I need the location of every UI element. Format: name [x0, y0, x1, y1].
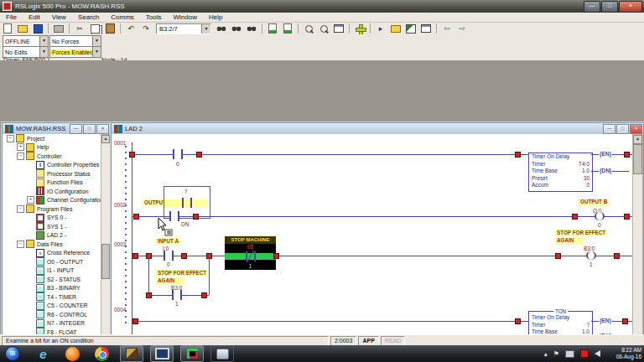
open-file-button[interactable]	[16, 23, 29, 34]
taskbar-app-explorer[interactable]	[210, 345, 234, 362]
tree-item-data-files[interactable]: –Data Files	[3, 240, 101, 249]
tree-item-controller[interactable]: –Controller	[3, 152, 101, 161]
save-button[interactable]	[31, 23, 44, 34]
tree-vscrollbar[interactable]: ▲ ▼	[101, 134, 111, 362]
verify-file-button[interactable]	[266, 23, 279, 34]
navigate-back-button[interactable]: ⇦	[440, 23, 454, 34]
timer-on-delay-block[interactable]: Timer On Delay TimerT4:0 Time Base1.0 Pr…	[528, 153, 593, 192]
tree-vscroll-thumb[interactable]	[101, 244, 110, 279]
taskbar-app-monitor[interactable]	[150, 345, 174, 362]
tree-item-t4-timer[interactable]: T4 - TIMER	[3, 292, 101, 302]
tree-item-channel-configuration[interactable]: +Channel Configuration	[3, 196, 101, 205]
collapse-icon[interactable]: –	[7, 135, 14, 142]
copy-button[interactable]	[88, 23, 101, 34]
ladder-vscrollbar[interactable]: ▲ ▼	[632, 134, 643, 362]
tree-item-o0-output[interactable]: O0 - OUTPUT	[3, 257, 101, 266]
xic-contact[interactable]	[172, 290, 182, 300]
find-button[interactable]	[215, 23, 228, 34]
start-button[interactable]: ⊞	[5, 346, 20, 361]
selection-handle[interactable]	[273, 253, 279, 259]
selection-handle[interactable]	[201, 292, 207, 298]
print-button[interactable]	[52, 23, 65, 34]
xic-contact[interactable]	[164, 251, 174, 261]
selection-handle[interactable]	[515, 318, 521, 324]
chrome-icon[interactable]	[95, 347, 109, 361]
forces-dropdown[interactable]: No Forces ▼	[49, 35, 101, 47]
report-button[interactable]	[389, 23, 402, 34]
new-file-button[interactable]	[1, 23, 14, 34]
find-replace-button[interactable]	[230, 23, 243, 34]
tree-item-cross-reference[interactable]: xCross Reference	[3, 249, 101, 258]
spinner-icon[interactable]: ▼	[39, 36, 48, 46]
menu-file[interactable]: File	[0, 13, 23, 21]
tree-item-io-configuration[interactable]: IO Configuration	[3, 187, 101, 196]
tree-item-project[interactable]: –Project	[3, 134, 101, 143]
selection-handle[interactable]	[624, 152, 630, 158]
selection-handle[interactable]	[193, 214, 199, 220]
paste-button[interactable]	[103, 23, 117, 34]
tree-item-sys-0[interactable]: SYS 0 -	[3, 214, 101, 223]
menu-window[interactable]: Window	[168, 13, 203, 21]
menu-help[interactable]: Help	[203, 13, 228, 21]
tree-item-r6-control[interactable]: R6 - CONTROL	[3, 310, 101, 319]
collapse-icon[interactable]: –	[17, 205, 24, 213]
tree-item-i1-input[interactable]: I1 - INPUT	[3, 266, 101, 276]
spinner-icon[interactable]: ▼	[92, 36, 101, 46]
tree-item-help[interactable]: +Help	[3, 143, 101, 153]
action-center-flag-icon[interactable]: ⚑	[553, 350, 559, 358]
rung-number[interactable]: 0001	[114, 140, 126, 146]
tree-item-b3-binary[interactable]: B3 - BINARY	[3, 284, 101, 293]
redo-button[interactable]: ↷	[139, 23, 153, 34]
selection-handle[interactable]	[132, 318, 138, 324]
cut-button[interactable]: ✂	[73, 23, 86, 34]
tree-item-processor-status[interactable]: Processor Status	[3, 169, 101, 178]
verify-project-button[interactable]	[281, 23, 294, 34]
minimize-button[interactable]: —	[584, 1, 600, 13]
internet-explorer-icon[interactable]: e	[36, 347, 50, 361]
selection-handle[interactable]	[555, 253, 561, 259]
mode-dropdown[interactable]: OFFLINE ▼	[3, 35, 49, 47]
advanced-find-button[interactable]	[245, 23, 258, 34]
selection-handle[interactable]	[515, 152, 521, 158]
navigate-forward-button[interactable]: ⇨	[455, 23, 469, 34]
scroll-up-icon[interactable]: ▲	[101, 135, 110, 143]
selection-handle[interactable]	[622, 318, 628, 324]
select-window-button[interactable]	[332, 23, 345, 34]
firefox-icon[interactable]	[65, 347, 80, 361]
tree-item-n7-integer[interactable]: N7 - INTEGER	[3, 319, 101, 328]
address-combobox[interactable]: B3:2/7 ▼	[156, 23, 211, 34]
selection-handle[interactable]	[196, 152, 202, 158]
taskbar-app-rslogix[interactable]	[120, 345, 143, 362]
selection-handle[interactable]	[146, 292, 152, 298]
menu-edit[interactable]: Edit	[23, 13, 46, 21]
collapse-icon[interactable]: –	[17, 240, 24, 248]
tree-item-sys-1[interactable]: SYS 1 -	[3, 222, 101, 231]
ladder-close-button[interactable]: ×	[630, 124, 642, 134]
selection-handle[interactable]	[129, 152, 135, 158]
trend-button[interactable]	[404, 23, 418, 34]
spinner-icon[interactable]: ▼	[92, 47, 101, 57]
ote-coil[interactable]	[595, 212, 605, 220]
collapse-icon[interactable]: –	[17, 153, 24, 160]
taskbar-app-emulator[interactable]	[180, 345, 204, 362]
ladder-vscroll-thumb[interactable]	[633, 144, 642, 174]
selection-handle[interactable]	[132, 253, 138, 259]
xic-contact[interactable]	[173, 149, 183, 159]
dropdown-arrow-icon[interactable]: ▼	[201, 24, 210, 34]
selection-handle[interactable]	[624, 214, 630, 220]
menu-search[interactable]: Search	[72, 13, 105, 21]
forces-state-dropdown[interactable]: Forces Enabled ▼	[49, 46, 101, 58]
undo-button[interactable]: ↶	[124, 23, 138, 34]
rslinx-tray-icon[interactable]	[580, 349, 589, 358]
tree-item-function-files[interactable]: Function Files	[3, 178, 101, 188]
tree-close-button[interactable]: ×	[96, 124, 109, 134]
tray-expand-icon[interactable]: ▴	[544, 350, 548, 358]
expand-icon[interactable]: +	[27, 196, 34, 204]
zoom-in-button[interactable]	[302, 23, 315, 34]
spinner-icon[interactable]: ▼	[39, 47, 48, 57]
selection-handle[interactable]	[572, 214, 578, 220]
selection-handle[interactable]	[133, 214, 139, 220]
selection-handle[interactable]	[614, 253, 620, 259]
taskbar-clock[interactable]: 8:22 AM 06-Aug-16	[616, 347, 641, 360]
ladder-minimize-button[interactable]: —	[603, 124, 615, 134]
